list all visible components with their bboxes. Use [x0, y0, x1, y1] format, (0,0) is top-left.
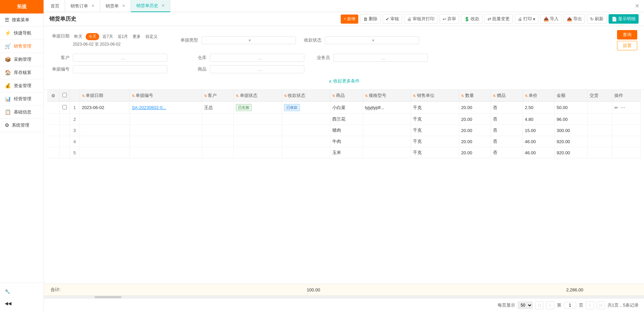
tab-home[interactable]: 首页	[44, 0, 65, 12]
per-page-select[interactable]: 50	[518, 302, 533, 309]
sidebar-item-label: 销售管理	[14, 43, 31, 49]
add-button[interactable]: + 新增	[341, 15, 358, 24]
customer-picker-icon[interactable]: ...	[121, 55, 164, 60]
td-checkbox[interactable]	[59, 136, 69, 147]
sidebar-item-quick-nav[interactable]: ⚡ 快捷导航	[0, 27, 44, 40]
td-checkbox[interactable]	[59, 125, 69, 136]
basic-info-icon: 📋	[5, 109, 11, 115]
th-doc-number[interactable]: ⇅ 单据编号	[130, 90, 202, 102]
date-opt-custom[interactable]: 自定义	[144, 33, 159, 40]
salesperson-picker-icon[interactable]: ...	[381, 55, 425, 60]
select-all-checkbox[interactable]	[62, 93, 67, 97]
tab-sales-order[interactable]: 销售订单 ✕	[65, 0, 100, 12]
th-unit[interactable]: ⇅ 销售单位	[411, 90, 459, 102]
sidebar-item-basic-info[interactable]: 📋 基础信息	[0, 106, 44, 119]
td-doc-number[interactable]: SA-20230602-0...	[130, 102, 202, 114]
th-doc-status[interactable]: ⇅ 单据状态	[234, 90, 282, 102]
date-opt-today[interactable]: 今天	[86, 33, 99, 40]
td-doc-number[interactable]	[130, 114, 202, 125]
sidebar-item-system-mgmt[interactable]: ⚙ 系统管理	[0, 119, 44, 132]
collect-button[interactable]: 💲 收款	[461, 14, 482, 24]
next-page-btn[interactable]: ⟩	[586, 301, 594, 309]
product-select[interactable]: ...	[210, 65, 304, 73]
th-checkbox[interactable]	[59, 90, 69, 102]
th-product[interactable]: ⇅ 商品	[330, 90, 363, 102]
refresh-button[interactable]: ↻ 刷新	[587, 14, 607, 24]
td-actions	[612, 114, 641, 125]
th-quantity[interactable]: ⇅ 数量	[459, 90, 491, 102]
tab-delivery[interactable]: 销货单 ✕	[100, 0, 131, 12]
page-number-input[interactable]	[564, 302, 576, 309]
customer-select[interactable]: ...	[73, 54, 167, 62]
td-doc-number[interactable]	[130, 147, 202, 158]
warehouse-select[interactable]: ...	[210, 54, 304, 62]
sidebar-item-purchase-mgmt[interactable]: 📦 采购管理	[0, 53, 44, 66]
export-button[interactable]: 📤 导出	[564, 14, 585, 24]
date-opt-yesterday[interactable]: 昨天	[73, 33, 84, 40]
doc-type-select[interactable]: ▾	[201, 36, 296, 44]
th-gift[interactable]: ⇅ 赠品	[491, 90, 523, 102]
row-checkbox[interactable]	[62, 105, 67, 109]
tab-sales-order-close[interactable]: ✕	[91, 4, 94, 8]
prev-page-btn[interactable]: ⟨	[546, 301, 554, 309]
date-opt-1month[interactable]: 近1月	[116, 33, 130, 40]
funds-icon: 💰	[5, 83, 11, 89]
warehouse-picker-icon[interactable]: ...	[258, 55, 301, 60]
sidebar-item-inventory-calc[interactable]: 🏠 库存核算	[0, 66, 44, 79]
collapse-filter-button[interactable]: ∧ 收起更多条件	[329, 77, 360, 85]
th-actions: 操作	[612, 90, 641, 102]
horizontal-scrollbar[interactable]	[44, 295, 644, 298]
th-payment-status[interactable]: ⇅ 收款状态	[282, 90, 330, 102]
approve-print-button[interactable]: 🖨 审核并打印	[404, 14, 438, 24]
delete-button[interactable]: 🗑 删除	[360, 14, 381, 24]
doc-number-link[interactable]: SA-20230602-0...	[132, 105, 166, 110]
th-spec[interactable]: ⇅ 规格型号	[363, 90, 411, 102]
collapse-icon: ◀◀	[5, 301, 11, 306]
sidebar-item-sales-mgmt[interactable]: 🛒 销售管理	[0, 40, 44, 53]
approve-button[interactable]: ✔ 审核	[383, 14, 402, 24]
edit-action-icon[interactable]: ✏	[614, 105, 618, 110]
th-customer[interactable]: ⇅ 客户	[202, 90, 233, 102]
print-button[interactable]: 🖨 打印 ▾	[515, 14, 538, 24]
row-actions: ✏⋯	[614, 105, 638, 110]
sidebar-item-operation-mgmt[interactable]: 📊 经营管理	[0, 93, 44, 106]
td-checkbox[interactable]	[59, 114, 69, 125]
last-page-btn[interactable]: ⟩⟩	[597, 301, 605, 309]
collapse-label: 收起更多条件	[333, 78, 360, 84]
tab-delivery-close[interactable]: ✕	[122, 4, 125, 8]
th-doc-date[interactable]: ⇅ 单据日期	[80, 90, 130, 102]
td-checkbox[interactable]	[59, 102, 69, 114]
date-opt-more[interactable]: 更多	[131, 33, 142, 40]
td-doc-date: 2023-06-02	[80, 102, 130, 114]
discard-button[interactable]: ↩ 弃审	[440, 14, 459, 24]
import-button[interactable]: 📥 导入	[540, 14, 562, 24]
salesperson-select[interactable]: ...	[333, 54, 428, 62]
td-unit-price: 2.50	[523, 102, 554, 114]
td-doc-number[interactable]	[130, 125, 202, 136]
batch-change-button[interactable]: ⇄ 批量变更	[484, 14, 513, 24]
show-details-button[interactable]: 📄 显示明细	[609, 14, 639, 24]
doc-number-input[interactable]	[73, 65, 167, 73]
product-picker-icon[interactable]: ...	[258, 67, 301, 72]
payment-status-select[interactable]: ▾	[325, 36, 419, 44]
tab-sales-order-label: 销售订单	[71, 3, 88, 9]
more-action-icon[interactable]: ⋯	[620, 105, 625, 110]
td-doc-number[interactable]	[130, 136, 202, 147]
td-unit-price: 15.00	[523, 125, 554, 136]
sidebar-item-funds-mgmt[interactable]: 💰 资金管理	[0, 79, 44, 93]
td-transaction	[588, 136, 612, 147]
tab-delivery-history-close[interactable]: ✕	[162, 3, 165, 8]
date-opt-7days[interactable]: 近7天	[101, 33, 114, 40]
td-unit-price: 4.80	[523, 114, 554, 125]
filter-settings-button[interactable]: 设置	[617, 41, 637, 50]
sidebar-item-search-menu[interactable]: ☰ 搜索菜单	[0, 14, 44, 27]
th-unit-price[interactable]: ⇅ 单价	[523, 90, 554, 102]
sidebar-collapse[interactable]: ◀◀	[0, 297, 44, 309]
tab-delivery-history[interactable]: 销货单历史 ✕	[131, 0, 170, 12]
th-gear[interactable]: ⚙	[47, 90, 59, 102]
first-page-btn[interactable]: ⟨⟨	[535, 301, 543, 309]
tab-bar-close-all[interactable]: ✕	[630, 3, 644, 9]
td-checkbox[interactable]	[59, 147, 69, 158]
query-button[interactable]: 查询	[617, 30, 637, 40]
sidebar-bottom-settings[interactable]: 🔧	[0, 286, 44, 297]
